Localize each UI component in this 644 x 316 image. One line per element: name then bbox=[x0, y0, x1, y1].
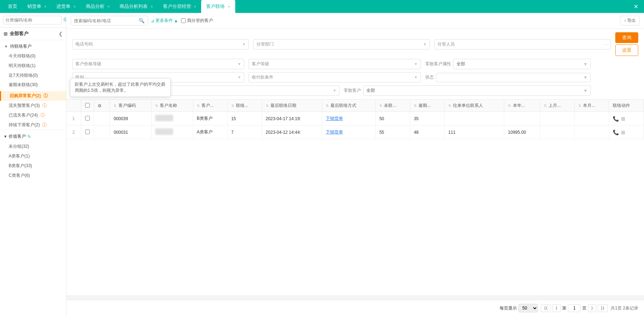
sidebar-item-ungrouped[interactable]: 未分组(32) bbox=[0, 142, 66, 151]
nav-sales-order[interactable]: 销货单 × bbox=[22, 0, 51, 13]
row-this-month-1 bbox=[575, 112, 609, 126]
filter-bar: 🔍 ⊿ 更多条件 ▲ 我分管的客户 ↑ 导出 bbox=[66, 13, 644, 29]
pending-group-title[interactable]: ▼ 待联络客户 bbox=[0, 42, 66, 51]
row-code-2: 000031 bbox=[110, 126, 152, 139]
edit-value-group-icon[interactable]: ✎ bbox=[27, 134, 31, 139]
close-purchase-order-icon[interactable]: × bbox=[73, 0, 75, 13]
row-unit-contact-1 bbox=[445, 112, 504, 126]
nav-product-analysis-list[interactable]: 商品分析列表 × bbox=[115, 0, 158, 13]
my-customers-checkbox[interactable]: 我分管的客户 bbox=[181, 18, 213, 24]
sidebar-item-c-class[interactable]: C类客户(6) bbox=[0, 171, 66, 180]
value-group: ▼ 价值客户 ✎ 未分组(32) A类客户(1) B类客户(33) C类客户(6… bbox=[0, 129, 66, 181]
row-checkbox-1[interactable] bbox=[85, 116, 90, 121]
info-icon-declining: ⓘ bbox=[42, 122, 47, 127]
setting-button[interactable]: 设置 bbox=[615, 44, 638, 56]
filter-row-1: 电话号码 ▼ 分管部门 ▼ 分管人员 ··· 查询 设置 bbox=[72, 32, 638, 56]
nav-purchase-order[interactable]: 进货单 × bbox=[51, 0, 80, 13]
sidebar-item-churned[interactable]: 已流失客户(24) ⓘ bbox=[0, 110, 66, 120]
col-header-contacts[interactable]: 联络... bbox=[227, 100, 262, 112]
last-method-link-1[interactable]: 下销货单 bbox=[326, 116, 343, 121]
price-level-filter[interactable]: 客户价格等级 ▼ bbox=[72, 59, 244, 69]
sidebar-item-overdue[interactable]: 逾期未联络(30) bbox=[0, 80, 66, 90]
next-page-button[interactable]: ⟩ bbox=[588, 304, 596, 312]
per-page-selector: 每页显示 50 100 200 bbox=[500, 304, 538, 312]
export-button[interactable]: ↑ 导出 bbox=[620, 16, 640, 25]
collapse-sidebar-icon[interactable]: ❮ bbox=[59, 31, 62, 37]
row-checkbox-2[interactable] bbox=[85, 129, 90, 134]
customer-table: ⚙ 客户编码 客户名称 客户... 联络... bbox=[66, 100, 644, 139]
col-header-check bbox=[81, 100, 94, 112]
export-icon: ↑ bbox=[624, 18, 626, 23]
sidebar-item-tomorrow[interactable]: 明天待联络(1) bbox=[0, 61, 66, 71]
col-header-this-year[interactable]: 本年... bbox=[504, 100, 540, 112]
status-dropdown[interactable]: ▼ bbox=[436, 73, 591, 82]
filter-icon: ⊿ bbox=[151, 18, 154, 23]
nav-home[interactable]: 首页 bbox=[3, 0, 22, 13]
page-number-input[interactable] bbox=[568, 304, 581, 312]
col-header-overdue[interactable]: 逾期... bbox=[410, 100, 445, 112]
my-customers-check[interactable] bbox=[181, 18, 186, 23]
sidebar-item-repurchase-anomaly[interactable]: 回购异常客户(2) ⓘ bbox=[0, 91, 66, 101]
retail-customer-dropdown[interactable]: 全部 ▼ bbox=[363, 85, 591, 96]
col-header-setting[interactable]: ⚙ bbox=[94, 100, 110, 112]
sidebar-item-churn-warning[interactable]: 流失预警客户(3) ⓘ bbox=[0, 101, 66, 110]
pay-terms-filter[interactable]: 收付款条件 ▼ bbox=[249, 72, 421, 82]
close-customer-segment-icon[interactable]: × bbox=[194, 0, 196, 13]
phone-action-icon-2[interactable]: 📞 bbox=[613, 129, 619, 135]
sidebar-search-input[interactable] bbox=[3, 16, 62, 24]
sidebar-item-b-class[interactable]: B类客户(33) bbox=[0, 161, 66, 171]
close-product-analysis-icon[interactable]: × bbox=[107, 0, 110, 13]
last-page-button[interactable]: ⟩⟩ bbox=[598, 304, 608, 312]
customer-name-avatar-1 bbox=[155, 115, 173, 121]
query-button[interactable]: 查询 bbox=[615, 32, 638, 43]
filter-search-input[interactable] bbox=[71, 16, 136, 25]
col-header-this-month[interactable]: 本月... bbox=[575, 100, 609, 112]
value-group-header[interactable]: ▼ 价值客户 ✎ bbox=[0, 131, 66, 142]
close-window-button[interactable]: ✕ bbox=[631, 3, 641, 10]
nav-customer-contact[interactable]: 客户联络 × bbox=[201, 0, 235, 13]
nav-product-analysis[interactable]: 商品分析 × bbox=[81, 0, 115, 13]
col-header-pending[interactable]: 未联... bbox=[376, 100, 410, 112]
per-page-select[interactable]: 50 100 200 bbox=[518, 304, 538, 312]
prev-page-button[interactable]: ⟨ bbox=[552, 304, 561, 312]
sidebar-item-declining[interactable]: 持续下滑客户(2) ⓘ bbox=[0, 120, 66, 130]
main-layout: 🔍 ⊞ 全部客户 ❮ ▼ 待联络客户 今天待联络(0) 明天待联络(1) 近7天… bbox=[0, 13, 644, 316]
close-customer-contact-icon[interactable]: × bbox=[228, 0, 230, 13]
more-conditions-button[interactable]: ⊿ 更多条件 ▲ bbox=[151, 18, 178, 24]
last-method-link-2[interactable]: 下销货单 bbox=[326, 129, 343, 135]
retail-customer-filter: 零散客户 全部 ▼ bbox=[344, 85, 591, 96]
grid-icon: ⊞ bbox=[4, 31, 8, 37]
nav-customer-segment[interactable]: 客户分层经营 × bbox=[158, 0, 201, 13]
row-action-2: 📞 ⊞ bbox=[609, 126, 644, 139]
close-sales-order-icon[interactable]: × bbox=[44, 0, 46, 13]
pay-terms-arrow-icon: ▼ bbox=[414, 75, 418, 79]
col-header-last-method[interactable]: 最后联络方式 bbox=[322, 100, 375, 112]
col-header-last-date[interactable]: 最后联络日期 bbox=[262, 100, 322, 112]
col-header-level[interactable]: 客户... bbox=[193, 100, 227, 112]
sidebar-item-7days[interactable]: 近7天待联络(0) bbox=[0, 71, 66, 80]
sidebar-item-a-class[interactable]: A类客户(1) bbox=[0, 151, 66, 161]
col-header-unit-contact[interactable]: 往来单位联系人 bbox=[445, 100, 504, 112]
person-filter[interactable]: 分管人员 ··· bbox=[434, 39, 611, 49]
filter-search-button[interactable]: 🔍 bbox=[136, 16, 148, 25]
row-contacts-1: 15 bbox=[227, 112, 262, 126]
pagination-bar: 每页显示 50 100 200 ⟨⟨ ⟨ 第 页 ⟩ ⟩⟩ 共1页 2条记录 bbox=[66, 300, 644, 316]
first-page-button[interactable]: ⟨⟨ bbox=[541, 304, 551, 312]
grid-action-icon-2[interactable]: ⊞ bbox=[621, 129, 625, 135]
col-header-last-month[interactable]: 上月... bbox=[540, 100, 575, 112]
customer-level-filter[interactable]: 客户等级 ▼ bbox=[249, 59, 421, 69]
col-header-name[interactable]: 客户名称 bbox=[152, 100, 193, 112]
grid-action-icon-1[interactable]: ⊞ bbox=[621, 116, 625, 122]
dept-filter[interactable]: 分管部门 ▼ bbox=[253, 39, 430, 49]
phone-action-icon-1[interactable]: 📞 bbox=[613, 116, 619, 122]
sidebar-search-icon[interactable]: 🔍 bbox=[63, 18, 66, 23]
close-product-list-icon[interactable]: × bbox=[150, 0, 153, 13]
col-header-code[interactable]: 客户编码 bbox=[110, 100, 152, 112]
select-all-checkbox[interactable] bbox=[85, 103, 90, 108]
horizontal-scrollbar[interactable] bbox=[66, 296, 644, 300]
sidebar-item-today[interactable]: 今天待联络(0) bbox=[0, 51, 66, 61]
retail-attr-dropdown[interactable]: 全部 ▼ bbox=[453, 59, 591, 69]
col-header-num bbox=[66, 100, 81, 112]
table-header: ⚙ 客户编码 客户名称 客户... 联络... bbox=[66, 100, 644, 112]
phone-filter[interactable]: 电话号码 ▼ bbox=[72, 39, 249, 49]
